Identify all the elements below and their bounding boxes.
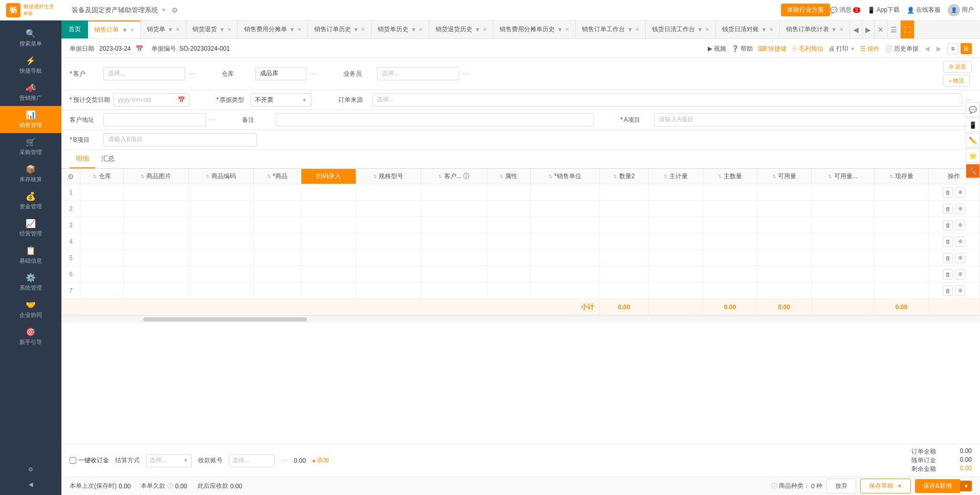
th-attr[interactable]: ⇅ 属性 [487, 169, 530, 184]
close-icon[interactable]: ✕ [419, 27, 423, 32]
th-spec[interactable]: ⇅ 规格型号 [356, 169, 421, 184]
scroll-thumb[interactable] [143, 317, 307, 321]
th-available2[interactable]: ⇅ 可用量... [811, 169, 874, 184]
calendar-icon[interactable]: 📅 [136, 45, 143, 52]
tab-more-btn[interactable]: ✕ [875, 20, 887, 39]
sidebar-collapse-btn[interactable]: ◀ [26, 478, 36, 491]
row-delete-3[interactable]: 🗑 [943, 220, 953, 230]
close-icon[interactable]: ✕ [176, 27, 180, 32]
row-delete-6[interactable]: 🗑 [943, 269, 953, 279]
rfp-btn-3[interactable]: ✏️ [966, 133, 980, 147]
sidebar-item-inventory[interactable]: 📦 库存核算 [0, 160, 61, 187]
warehouse-more-icon[interactable]: ··· [310, 69, 316, 78]
system-title-dropdown[interactable]: ▼ [161, 7, 166, 13]
customer-input[interactable]: 选择... [103, 67, 185, 80]
profit-btn[interactable]: ☉ 毛利预估 [792, 45, 823, 53]
tab-sales-return[interactable]: 销货退货 ▼ ✕ [186, 20, 238, 39]
th-main-unit[interactable]: ⇅ 主计量 [649, 169, 703, 184]
tab-sales-goods[interactable]: 销货单 ▼ ✕ [141, 20, 186, 39]
row-delete-2[interactable]: 🗑 [943, 204, 953, 214]
sidebar-settings-btn[interactable]: ⚙ [25, 463, 36, 476]
th-customer-code[interactable]: ⇅ 客户... ⓘ [421, 169, 487, 184]
trial-btn[interactable]: 体验行业方案 [781, 4, 830, 16]
payment-method-select[interactable]: 选择... ▼ [146, 454, 192, 467]
row-delete-1[interactable]: 🗑 [943, 187, 953, 198]
b-project-input[interactable]: 请输入B项目 [103, 133, 257, 146]
rfp-btn-4[interactable]: ⭐ [966, 148, 980, 163]
save-draft-dropdown-icon[interactable]: ▼ [897, 483, 902, 489]
rfp-btn-2[interactable]: 📱 [966, 118, 980, 132]
sidebar-item-sales[interactable]: 📊 销售管理 [0, 106, 61, 133]
warehouse-input[interactable]: 成品库 [255, 67, 307, 80]
close-icon[interactable]: ✕ [297, 27, 301, 32]
delivery-input[interactable]: yyyy-mm-dd 📅 [113, 93, 190, 106]
print-btn[interactable]: 🖨 打印 ▼ [829, 45, 855, 53]
close-icon[interactable]: ✕ [565, 27, 569, 32]
close-icon[interactable]: ✕ [705, 27, 709, 32]
th-gear[interactable]: ⚙ [62, 169, 80, 184]
one-click-checkbox-label[interactable]: 一键收订金 [70, 456, 109, 465]
scroll-track[interactable] [61, 315, 980, 322]
grid-view-btn[interactable]: ⊞ [961, 43, 972, 54]
row-copy-3[interactable]: ⊕ [955, 220, 965, 230]
tab-home[interactable]: 首页 [61, 20, 88, 39]
close-icon[interactable]: ✕ [361, 27, 365, 32]
row-copy-6[interactable]: ⊕ [955, 269, 965, 279]
row-copy-5[interactable]: ⊕ [955, 253, 965, 263]
row-delete-7[interactable]: 🗑 [943, 286, 953, 296]
settings-btn[interactable]: ⚙ 设置 [943, 61, 972, 73]
address-input[interactable] [103, 113, 206, 126]
tab-list-btn[interactable]: ☰ [887, 20, 901, 39]
nav-next-icon[interactable]: ▶ [937, 45, 941, 52]
tab-sales-order[interactable]: 销售订单 ▼ ✕ [88, 20, 141, 39]
row-copy-2[interactable]: ⊕ [955, 204, 965, 214]
tab-goods-history[interactable]: 销货单历史 ▼ ✕ [372, 20, 429, 39]
logistics-btn[interactable]: + 物流 [943, 75, 970, 87]
tab-dropdown-icon[interactable]: ▼ [122, 27, 128, 34]
close-icon[interactable]: ✕ [635, 27, 639, 32]
add-payment-btn[interactable]: ● 添加 [312, 456, 329, 465]
invoice-select[interactable]: 不开票 ▼ [250, 93, 312, 106]
rfp-btn-5[interactable]: 🔧 [966, 164, 980, 178]
sidebar-item-search[interactable]: 🔍 搜索菜单 [0, 25, 61, 52]
tab-sales-fee[interactable]: 销售费用分摊单 ▼ ✕ [238, 20, 308, 39]
one-click-checkbox[interactable] [70, 457, 76, 464]
row-copy-1[interactable]: ⊕ [955, 187, 965, 198]
th-code[interactable]: ⇅ 商品编码 [188, 169, 253, 184]
tab-fullscreen-btn[interactable]: ⛶ [901, 20, 914, 39]
online-service-btn[interactable]: 👤 在线客服 [907, 6, 941, 14]
tab-fee-history[interactable]: 销售费用分摊单历史 ▼ ✕ [493, 20, 576, 39]
account-more-icon[interactable]: ··· [281, 456, 288, 465]
help-btn[interactable]: ❓ 帮助 [731, 45, 753, 53]
th-goods[interactable]: ⇅ *商品 [253, 169, 301, 184]
row-delete-4[interactable]: 🗑 [943, 236, 953, 247]
save-draft-btn[interactable]: 保存草稿 ▼ [860, 479, 911, 493]
sidebar-item-marketing[interactable]: 📣 营销推广 [0, 79, 61, 106]
sidebar-item-cooperation[interactable]: 🤝 企业协同 [0, 296, 61, 323]
customer-more-icon[interactable]: ··· [188, 69, 195, 78]
tab-daily-clear[interactable]: 钱货日清工作台 ▼ ✕ [646, 20, 716, 39]
sidebar-item-finance[interactable]: 💰 资金管理 [0, 187, 61, 214]
row-copy-7[interactable]: ⊕ [955, 286, 965, 296]
sidebar-item-purchase[interactable]: 🛒 采购管理 [0, 133, 61, 160]
close-icon[interactable]: ✕ [839, 27, 843, 32]
staff-input[interactable]: 选择... [377, 67, 459, 80]
tab-sales-history[interactable]: 销售订单历史 ▼ ✕ [308, 20, 372, 39]
a-project-input[interactable]: 请输入A项目 [654, 113, 972, 126]
tab-daily-reconcile[interactable]: 钱货日清对账 ▼ ✕ [716, 20, 780, 39]
th-qty2[interactable]: ⇅ 数量2 [599, 169, 649, 184]
tab-close-sales-order[interactable]: ✕ [130, 27, 134, 33]
account-select[interactable]: 选择... [229, 454, 275, 467]
close-icon[interactable]: ✕ [769, 27, 773, 32]
tab-sales-stat[interactable]: 销售订单统计表 ▼ ✕ [780, 20, 850, 39]
order-source-input[interactable]: 选择... [372, 93, 962, 106]
view-btn[interactable]: ▶ 视频 [708, 45, 726, 53]
history-btn[interactable]: 📄 历史单据 [885, 45, 919, 53]
user-menu[interactable]: 👤 用户 [948, 4, 974, 16]
th-current[interactable]: ⇅ 现存量 [875, 169, 929, 184]
save-new-btn[interactable]: 保存&新增 [915, 479, 960, 493]
row-delete-5[interactable]: 🗑 [943, 253, 953, 263]
rfp-btn-1[interactable]: 💬 [966, 102, 980, 117]
list-view-btn[interactable]: ≡ [947, 43, 959, 54]
tab-workbench[interactable]: 销售订单工作台 ▼ ✕ [576, 20, 646, 39]
